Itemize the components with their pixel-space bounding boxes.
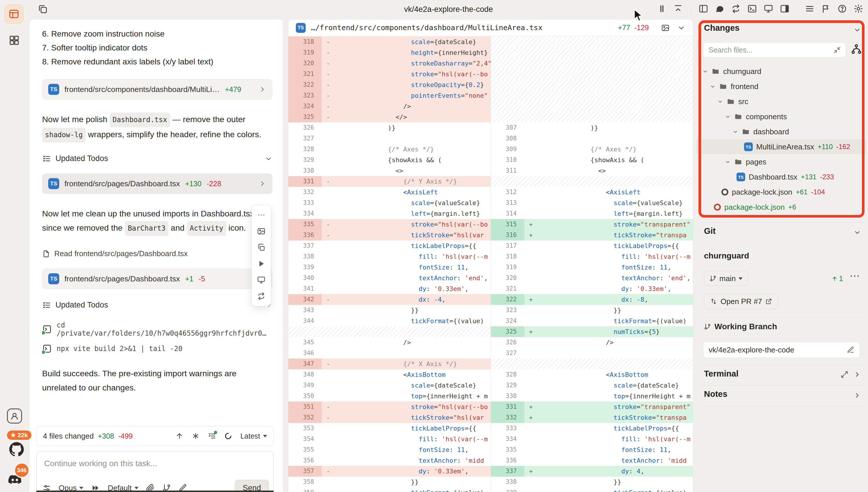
added-count: +131 xyxy=(801,173,817,181)
tree-item-frontend[interactable]: frontend xyxy=(697,79,866,94)
diff-line-half: 346 xyxy=(288,348,491,359)
layout-right-icon[interactable] xyxy=(780,4,790,14)
composer-input[interactable]: Continue working on this task... xyxy=(44,459,157,468)
person-icon[interactable] xyxy=(7,409,22,423)
diff-row: 326 )}307 )} xyxy=(288,122,693,133)
tree-item-MultiLineArea.tsx[interactable]: TSMultiLineArea.tsx+110-162 xyxy=(697,139,866,154)
diff-line-half xyxy=(491,58,693,69)
diff-line-half: 356 textAnchor: 'midd xyxy=(288,455,491,466)
tree-item-src[interactable]: src xyxy=(697,94,866,109)
chevron-down-icon[interactable] xyxy=(725,114,731,120)
changes-status-bar[interactable]: 4 files changed +308 -499 Latest xyxy=(36,426,274,446)
github-icon[interactable] xyxy=(9,442,24,458)
file-change-card[interactable]: TS frontend/src/pages/Dashboard.tsx +130… xyxy=(42,173,272,194)
monitor-icon[interactable] xyxy=(764,4,773,14)
tree-item-pages[interactable]: pages xyxy=(697,154,866,169)
package-icon xyxy=(721,189,728,196)
layout-left-icon[interactable] xyxy=(699,4,708,14)
diff-line-half: 358 }} xyxy=(288,476,491,487)
asterisk-icon[interactable] xyxy=(192,432,200,440)
flag-icon[interactable] xyxy=(821,4,831,14)
added-count: +479 xyxy=(225,85,241,94)
todos-status-icon[interactable] xyxy=(208,432,216,440)
tree-item-churnguard[interactable]: churnguard xyxy=(697,64,866,79)
open-pr-button[interactable]: Open PR #7 xyxy=(704,294,778,309)
typescript-badge: TS xyxy=(48,178,59,189)
chevron-down-icon[interactable] xyxy=(717,99,723,104)
tree-item-components[interactable]: components xyxy=(697,109,866,124)
chevron-down-icon[interactable] xyxy=(725,159,731,165)
expand-icon[interactable] xyxy=(841,371,848,378)
chevron-right-icon[interactable] xyxy=(853,371,861,378)
more-options-icon[interactable]: ⋯ xyxy=(849,270,861,282)
latest-dropdown[interactable]: Latest xyxy=(240,432,267,440)
collapse-up-icon[interactable] xyxy=(673,4,683,14)
terminal-icon[interactable] xyxy=(747,4,757,14)
menu-icon[interactable] xyxy=(805,4,815,14)
diff-row: 336- tickStroke="hsl(var316+ tickStroke=… xyxy=(288,230,693,241)
diff-line-half: 325- </> xyxy=(288,112,491,122)
grid-icon[interactable] xyxy=(8,34,20,46)
diff-row: 348 <AxisBottom328 <AxisBottom xyxy=(288,369,693,380)
diff-line-half: 320 textAnchor: 'end', xyxy=(491,273,693,284)
chevron-down-icon[interactable] xyxy=(677,24,685,32)
diff-line-half: 318- scale={dateScale} xyxy=(288,36,491,47)
tree-item-dashboard[interactable]: dashboard xyxy=(697,124,866,139)
commits-ahead: 1 xyxy=(831,274,843,283)
terminal-command-row[interactable]: cd /private/var/folders/10/h7w0q46556ggr… xyxy=(42,321,272,337)
chevron-right-icon xyxy=(259,85,266,93)
tree-item-package-lock.json[interactable]: package-lock.json+6 xyxy=(697,200,866,215)
play-icon[interactable] xyxy=(254,256,268,271)
image-icon[interactable] xyxy=(661,24,670,32)
diff-line-half: 339 fontSize: 11, xyxy=(288,262,491,273)
read-file-row[interactable]: Read frontend/src/pages/Dashboard.tsx xyxy=(42,249,272,258)
diff-line-half xyxy=(491,101,693,112)
diff-row: 337 tickLabelProps={{317 tickLabelProps=… xyxy=(288,241,693,251)
chevron-down-icon[interactable] xyxy=(702,69,708,74)
chevron-down-icon[interactable] xyxy=(853,26,861,34)
working-branch-field[interactable]: vk/4e2a-explore-the-code xyxy=(703,342,860,358)
notes-section-title: Notes xyxy=(704,389,727,399)
compare-icon[interactable] xyxy=(254,289,268,304)
updated-todos-row[interactable]: Updated Todos xyxy=(42,154,272,163)
terminal-command-row[interactable]: npx vite build 2>&1 | tail -20 xyxy=(42,344,272,353)
updated-todos-row[interactable]: Updated Todos xyxy=(42,300,272,310)
scroll-up-icon[interactable] xyxy=(175,432,184,440)
snapshot-icon[interactable] xyxy=(254,224,268,239)
diff-row: 354 fill: 'hsl(var(--m334 fill: 'hsl(var… xyxy=(288,434,693,444)
composer: Continue working on this task... Opus De… xyxy=(36,451,274,492)
tree-item-Dashboard.tsx[interactable]: TSDashboard.tsx+131-233 xyxy=(697,169,866,184)
chevron-down-icon[interactable] xyxy=(732,129,738,134)
file-change-card[interactable]: TS frontend/src/pages/Dashboard.tsx +1 -… xyxy=(42,269,272,289)
diff-line-half: 354 fill: 'hsl(var(--m xyxy=(288,434,491,444)
tree-item-package-lock.json[interactable]: package-lock.json+61-104 xyxy=(697,184,866,200)
removed-count: -233 xyxy=(820,173,834,181)
file-change-card[interactable]: TS frontend/src/components/dashboard/Mul… xyxy=(42,79,272,99)
workspace-icon[interactable] xyxy=(4,4,24,24)
diff-line-half: 345 /> xyxy=(288,337,491,348)
more-icon[interactable] xyxy=(254,207,268,222)
diff-line-half: 339 tickFormat={(value) xyxy=(491,487,693,492)
send-button[interactable]: Send xyxy=(235,480,269,492)
search-input[interactable] xyxy=(708,46,830,54)
settings-gear-icon[interactable] xyxy=(853,4,863,14)
pause-icon[interactable] xyxy=(657,4,667,14)
topbar-divider xyxy=(690,4,691,13)
help-icon[interactable] xyxy=(837,4,847,14)
chat-bubble-icon[interactable] xyxy=(715,4,725,14)
github-stars-badge: ★ 22k xyxy=(6,429,32,441)
collapse-icon[interactable] xyxy=(834,46,841,54)
swap-icon[interactable] xyxy=(731,4,741,14)
chevron-right-icon[interactable] xyxy=(853,392,861,399)
folder-icon xyxy=(727,97,735,105)
pencil-icon[interactable] xyxy=(847,346,854,353)
chevron-down-icon[interactable] xyxy=(710,83,715,89)
branch-selector[interactable]: main xyxy=(704,271,748,286)
chevron-down-icon[interactable] xyxy=(853,228,861,236)
file-tree-toggle-icon[interactable] xyxy=(851,44,862,54)
diff-row: 340 textAnchor: 'end',320 textAnchor: 'e… xyxy=(288,273,693,284)
changes-title: Changes xyxy=(704,23,740,33)
monitor-icon[interactable] xyxy=(254,272,268,288)
updated-todos-label: Updated Todos xyxy=(55,300,108,310)
copy-icon[interactable] xyxy=(254,240,268,255)
